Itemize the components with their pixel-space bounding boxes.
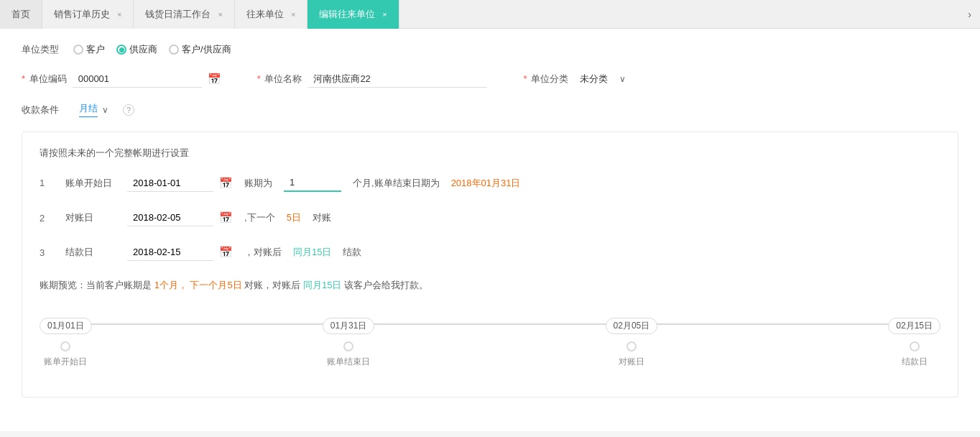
row-num-3: 3: [40, 247, 54, 258]
payment-term-select[interactable]: 月结 ∨: [79, 102, 108, 117]
period-unit-text: 个月,账单结束日期为: [353, 177, 440, 190]
tab-home-label: 首页: [11, 8, 30, 21]
unit-category-label: * 单位分类: [523, 73, 568, 86]
radio-supplier[interactable]: 供应商: [116, 43, 157, 56]
payment-date-label: 结款日: [65, 246, 116, 259]
tab-partner-unit[interactable]: 往来单位 ×: [235, 0, 308, 29]
timeline-desc-1: 账单开始日: [44, 356, 87, 368]
preview-suffix: 该客户会给我打款。: [344, 280, 428, 290]
payment-term-row: 收款条件 月结 ∨ ?: [22, 102, 958, 117]
tab-sales-order-history[interactable]: 销售订单历史 ×: [42, 0, 134, 29]
radio-supplier-circle: [116, 45, 126, 55]
timeline-point-2: 01月31日 账单结束日: [323, 318, 375, 368]
timeline-date-4: 02月15日: [888, 318, 940, 334]
tab-edit-label: 编辑往来单位: [319, 8, 375, 21]
main-content: 单位类型 客户 供应商 客户/供应商 * 单位编码 📅: [0, 29, 980, 431]
unit-category-dropdown-icon[interactable]: ∨: [619, 74, 626, 84]
radio-customer-circle: [73, 45, 83, 55]
unit-code-label: * 单位编码: [22, 73, 67, 86]
period-pre-label: 账期为: [244, 177, 272, 190]
start-date-field: 📅: [127, 175, 233, 192]
timeline-point-3: 02月05日 对账日: [606, 318, 658, 368]
payment-term-dropdown-icon[interactable]: ∨: [102, 105, 108, 115]
tab-edit-partner[interactable]: 编辑往来单位 ×: [308, 0, 399, 29]
reconcile-calendar-icon[interactable]: 📅: [219, 211, 233, 224]
payment-date-input[interactable]: [127, 244, 213, 261]
radio-customer[interactable]: 客户: [73, 43, 105, 56]
preview-payment-date: 同月15日: [303, 280, 341, 290]
period-end-date: 2018年01月31日: [451, 177, 521, 190]
radio-customer-supplier-circle: [169, 45, 179, 55]
payment-date-row: 3 结款日 📅 ，对账后 同月15日 结款: [40, 244, 940, 261]
tab-home[interactable]: 首页: [0, 0, 42, 29]
tab-bar: 首页 销售订单历史 × 钱货日清工作台 × 往来单位 × 编辑往来单位 × ›: [0, 0, 980, 29]
radio-customer-supplier-label: 客户/供应商: [182, 43, 231, 56]
unit-info-row: * 单位编码 📅 * 单位名称 * 单位分类 未分类 ∨: [22, 70, 958, 88]
name-required-star: *: [257, 73, 261, 84]
unit-name-field: * 单位名称: [257, 70, 488, 88]
timeline-date-1: 01月01日: [40, 318, 92, 334]
start-date-row: 1 账单开始日 📅 账期为 个月,账单结束日期为 2018年01月31日: [40, 174, 940, 192]
timeline-desc-4: 结款日: [902, 356, 928, 368]
settings-card: 请按照未来的一个完整帐期进行设置 1 账单开始日 📅 账期为 个月,账单结束日期…: [22, 132, 958, 397]
reconcile-date-input[interactable]: [127, 209, 213, 226]
payment-date-field: 📅: [127, 244, 233, 261]
payment-pre-text: ，对账后: [244, 246, 282, 259]
payment-term-label: 收款条件: [22, 104, 59, 116]
radio-customer-supplier[interactable]: 客户/供应商: [169, 43, 231, 56]
timeline-date-3: 02月05日: [606, 318, 658, 334]
code-required-star: *: [22, 73, 25, 84]
timeline-circle-3: [627, 341, 637, 351]
unit-category-value: 未分类: [580, 73, 608, 86]
tab-edit-close-icon[interactable]: ×: [382, 10, 387, 19]
timeline-circle-1: [60, 341, 70, 351]
unit-name-label: * 单位名称: [257, 73, 302, 86]
unit-type-label: 单位类型: [22, 43, 59, 56]
start-date-calendar-icon[interactable]: 📅: [219, 177, 233, 190]
unit-code-icon[interactable]: 📅: [208, 73, 221, 86]
start-date-label: 账单开始日: [65, 177, 116, 190]
radio-supplier-label: 供应商: [129, 43, 157, 56]
tab-sales-close-icon[interactable]: ×: [117, 10, 121, 19]
timeline-date-2: 01月31日: [323, 318, 375, 334]
unit-name-input[interactable]: [308, 70, 487, 88]
tab-cash-close-icon[interactable]: ×: [218, 10, 222, 19]
category-required-star: *: [523, 73, 527, 84]
reconcile-highlight: 5日: [287, 211, 301, 224]
tab-sales-label: 销售订单历史: [54, 8, 110, 21]
unit-category-field: * 单位分类 未分类 ∨: [523, 73, 626, 86]
unit-type-radio-group: 客户 供应商 客户/供应商: [73, 43, 231, 56]
preview-reconcile-text: 对账，对账后: [244, 280, 300, 290]
radio-customer-label: 客户: [86, 43, 105, 56]
timeline-desc-3: 对账日: [619, 356, 644, 368]
row-num-2: 2: [40, 213, 54, 224]
reconcile-post-text: 对账: [313, 211, 331, 224]
timeline: 01月01日 账单开始日 01月31日 账单结束日 02月05日 对账日 02月…: [40, 310, 940, 382]
tab-cash-work[interactable]: 钱货日清工作台 ×: [134, 0, 234, 29]
card-title: 请按照未来的一个完整帐期进行设置: [40, 147, 940, 160]
timeline-desc-2: 账单结束日: [327, 356, 370, 368]
start-date-input[interactable]: [127, 175, 213, 192]
payment-highlight: 同月15日: [293, 246, 331, 259]
period-input[interactable]: [284, 174, 341, 192]
unit-code-input[interactable]: [73, 70, 202, 88]
preview-section: 账期预览：当前客户账期是 1个月， 下一个月5日 对账，对账后 同月15日 该客…: [40, 278, 940, 293]
payment-calendar-icon[interactable]: 📅: [219, 246, 233, 259]
reconcile-date-label: 对账日: [65, 211, 116, 224]
tab-partner-close-icon[interactable]: ×: [291, 10, 295, 19]
payment-term-help-icon[interactable]: ?: [123, 104, 134, 116]
payment-term-value: 月结: [79, 102, 98, 117]
tab-cash-label: 钱货日清工作台: [145, 8, 211, 21]
timeline-circle-2: [343, 341, 353, 351]
payment-post-text: 结款: [343, 246, 361, 259]
tab-partner-label: 往来单位: [246, 8, 284, 21]
unit-type-row: 单位类型 客户 供应商 客户/供应商: [22, 43, 958, 56]
preview-label: 账期预览：当前客户账期是: [40, 280, 152, 290]
unit-code-field: * 单位编码 📅: [22, 70, 221, 88]
row-num-1: 1: [40, 178, 54, 188]
timeline-point-4: 02月15日 结款日: [888, 318, 940, 368]
tab-arrow-icon[interactable]: ›: [959, 9, 980, 20]
preview-period: 1个月，: [154, 280, 188, 290]
preview-reconcile-date: 下一个月5日: [190, 280, 241, 290]
timeline-points: 01月01日 账单开始日 01月31日 账单结束日 02月05日 对账日 02月…: [40, 318, 940, 368]
